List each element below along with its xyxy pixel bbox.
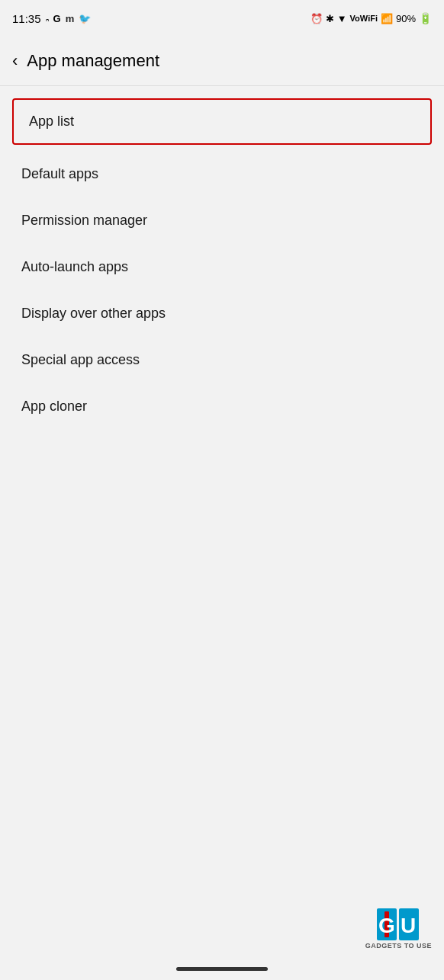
page-title: App management — [27, 51, 159, 71]
battery-icon: 🔋 — [419, 12, 432, 24]
twitter-icon: 🐦 — [79, 13, 91, 24]
wifi-icon: ▼ — [337, 13, 347, 24]
status-bar-left: 11:35 ₙ G m 🐦 — [12, 12, 91, 25]
menu-item-app-cloner[interactable]: App cloner — [0, 383, 444, 430]
menu-item-permission-manager[interactable]: Permission manager — [0, 197, 444, 244]
status-time: 11:35 — [12, 12, 41, 25]
status-bar-right: ⏰ ✱ ▼ VoWiFi 📶 90% 🔋 — [310, 12, 432, 24]
nav-bar-indicator — [176, 967, 268, 971]
cell-signal-icon: 📶 — [381, 13, 393, 24]
watermark-logo-svg: G U — [377, 908, 420, 940]
watermark-text: GADGETS TO USE — [365, 942, 432, 950]
svg-text:G: G — [378, 914, 395, 937]
battery-text: 90% — [396, 13, 416, 24]
menu-list: App list Default apps Permission manager… — [0, 86, 444, 436]
watermark: G U GADGETS TO USE — [365, 908, 432, 950]
app-list-wrapper: App list — [0, 92, 444, 151]
g-icon: G — [53, 13, 61, 24]
menu-item-display-over-other-apps[interactable]: Display over other apps — [0, 290, 444, 337]
m-icon: m — [66, 13, 75, 24]
menu-item-app-list[interactable]: App list — [12, 98, 432, 145]
back-button[interactable]: ‹ — [12, 51, 18, 71]
bluetooth-icon: ✱ — [326, 13, 334, 24]
menu-item-auto-launch-apps[interactable]: Auto-launch apps — [0, 244, 444, 290]
svg-text:U: U — [401, 914, 416, 937]
menu-item-special-app-access[interactable]: Special app access — [0, 337, 444, 383]
menu-item-default-apps[interactable]: Default apps — [0, 151, 444, 197]
status-bar: 11:35 ₙ G m 🐦 ⏰ ✱ ▼ VoWiFi 📶 90% 🔋 — [0, 0, 444, 37]
signal-bars-icon: VoWiFi — [350, 14, 378, 23]
signal-icon: ₙ — [46, 14, 49, 24]
app-management-header: ‹ App management — [0, 37, 444, 85]
alarm-icon: ⏰ — [310, 13, 323, 24]
